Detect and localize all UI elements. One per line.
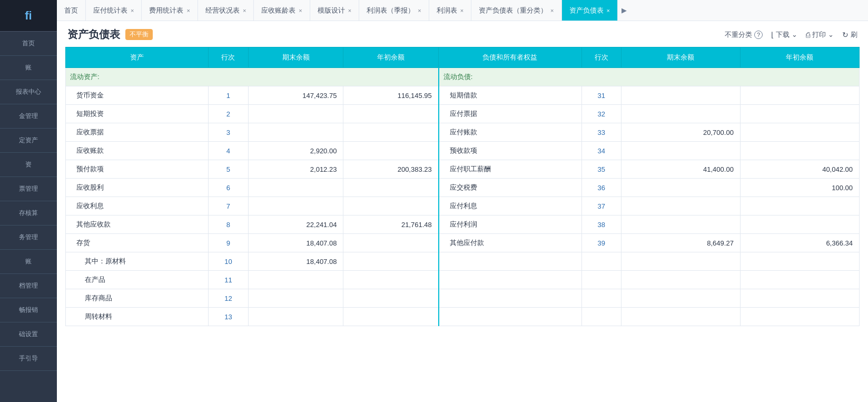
tab-balance-reclassified[interactable]: 资产负债表（重分类） × [471, 0, 561, 21]
cell-row-no2: 34 [581, 142, 621, 160]
download-action[interactable]: ⌊ 下载 ⌄ [771, 30, 797, 40]
cell-row-no2: 36 [581, 179, 621, 197]
cell-year-bal2 [740, 289, 859, 308]
cell-row-no2: 39 [581, 234, 621, 252]
tab-template-design[interactable]: 模版设计 × [310, 0, 359, 21]
cell-year-bal2 [740, 271, 859, 289]
tab-payable-stat-close[interactable]: × [131, 7, 134, 14]
cell-row-no: 12 [209, 289, 248, 308]
print-action[interactable]: ⎙ 打印 ⌄ [806, 30, 834, 40]
tab-operations[interactable]: 经营状况表 × [198, 0, 254, 21]
cell-year-bal2: 40,042.00 [740, 160, 859, 179]
tab-expense-stat[interactable]: 费用统计表 × [142, 0, 198, 21]
tab-receivable-aging-close[interactable]: × [299, 7, 302, 14]
cell-year-bal2 [740, 197, 859, 215]
tab-balance-reclassified-label: 资产负债表（重分类） [479, 6, 547, 15]
cell-row-no: 11 [209, 271, 248, 289]
tab-payable-stat[interactable]: 应付统计表 × [86, 0, 142, 21]
sidebar-item-account[interactable]: 账 [0, 56, 57, 80]
sidebar-logo: fi [0, 0, 57, 32]
page-content: 资产负债表 不平衡 不重分类 ? ⌊ 下载 ⌄ ⎙ 打印 ⌄ [57, 21, 868, 402]
cell-end-bal [248, 197, 343, 215]
table-row: 应收票据 3 应付账款 33 20,700.00 [66, 123, 860, 142]
sidebar-item-report-center[interactable]: 报表中心 [0, 80, 57, 104]
cell-year-bal [343, 123, 439, 142]
sidebar-item-expense[interactable]: 畅报销 [0, 298, 57, 322]
cell-year-bal [343, 252, 439, 271]
cell-row-no: 7 [209, 197, 248, 215]
tab-profit-quarterly-close[interactable]: × [418, 7, 421, 14]
help-icon[interactable]: ? [754, 31, 763, 39]
tab-receivable-aging[interactable]: 应收账龄表 × [254, 0, 310, 21]
sidebar-item-fund-mgmt[interactable]: 金管理 [0, 104, 57, 129]
cell-year-bal2 [740, 105, 859, 123]
download-label: 下载 [776, 30, 790, 40]
cell-end-bal2: 8,649.27 [621, 234, 740, 252]
tab-profit[interactable]: 利润表 × [429, 0, 471, 21]
cell-end-bal [248, 105, 343, 123]
sidebar-item-archive[interactable]: 档管理 [0, 274, 57, 298]
sidebar-item-settings[interactable]: 础设置 [0, 322, 57, 347]
table-row: 库存商品 12 [66, 289, 860, 308]
th-end-balance2: 期末余额 [621, 47, 740, 68]
tab-balance-sheet-close[interactable]: × [607, 7, 610, 14]
th-liability-equity: 负债和所有者权益 [439, 47, 581, 68]
table-row: 其他应收款 8 22,241.04 21,761.48 应付利润 38 [66, 215, 860, 234]
tab-template-design-close[interactable]: × [348, 7, 351, 14]
cell-row-no: 10 [209, 252, 248, 271]
cell-asset: 应收账款 [66, 142, 209, 160]
cell-end-bal: 2,920.00 [248, 142, 343, 160]
tab-expense-stat-close[interactable]: × [186, 7, 190, 14]
table-row: 周转材料 13 [66, 308, 860, 326]
section-left: 流动资产: [66, 68, 439, 86]
cell-asset: 周转材料 [66, 308, 209, 326]
tab-balance-sheet[interactable]: 资产负债表 × [562, 0, 618, 21]
tab-profit-close[interactable]: × [460, 7, 463, 14]
tab-expense-stat-label: 费用统计表 [149, 6, 183, 15]
cell-year-bal [343, 179, 439, 197]
tab-profit-quarterly[interactable]: 利润表（季报） × [359, 0, 429, 21]
cell-end-bal: 2,012.23 [248, 160, 343, 179]
cell-row-no: 2 [209, 105, 248, 123]
sidebar-item-inventory[interactable]: 存核算 [0, 201, 57, 225]
no-reclassify-action[interactable]: 不重分类 ? [725, 30, 763, 40]
sidebar-item-capital[interactable]: 资 [0, 153, 57, 177]
table-row: 流动资产: 流动负债: [66, 68, 860, 86]
cell-row-no2 [581, 308, 621, 326]
tab-balance-reclassified-close[interactable]: × [550, 7, 554, 14]
tab-scroll-right[interactable]: ▶ [618, 0, 630, 21]
cell-asset: 预付款项 [66, 160, 209, 179]
tab-home[interactable]: 首页 [57, 0, 86, 21]
cell-year-bal: 21,761.48 [343, 215, 439, 234]
sidebar-item-ledger[interactable]: 账 [0, 250, 57, 274]
cell-year-bal2 [740, 142, 859, 160]
sidebar-item-fixed-assets[interactable]: 定资产 [0, 129, 57, 153]
sidebar-item-ticket-mgmt[interactable]: 票管理 [0, 177, 57, 201]
page-title-area: 资产负债表 不平衡 [67, 27, 153, 42]
table-row: 存货 9 18,407.08 其他应付款 39 8,649.27 6,366.3… [66, 234, 860, 252]
cell-row-no: 9 [209, 234, 248, 252]
cell-end-bal2: 41,400.00 [621, 160, 740, 179]
cell-end-bal2 [621, 105, 740, 123]
cell-year-bal2: 6,366.34 [740, 234, 859, 252]
cell-row-no2: 33 [581, 123, 621, 142]
cell-row-no2: 31 [581, 86, 621, 105]
table-row: 其中：原材料 10 18,407.08 [66, 252, 860, 271]
sidebar-item-home[interactable]: 首页 [0, 32, 57, 56]
cell-year-bal [343, 289, 439, 308]
sidebar-item-biz-mgmt[interactable]: 务管理 [0, 225, 57, 250]
cell-year-bal: 200,383.23 [343, 160, 439, 179]
cell-year-bal: 116,145.95 [343, 86, 439, 105]
cell-asset: 应收股利 [66, 179, 209, 197]
cell-asset: 其他应收款 [66, 215, 209, 234]
section-right: 流动负债: [439, 68, 860, 86]
unbalanced-badge: 不平衡 [125, 29, 153, 40]
sidebar-item-guide[interactable]: 手引导 [0, 347, 57, 371]
balance-sheet-table: 资产 行次 期末余额 年初余额 负债和所有者权益 行次 期末余额 年初余额 流动… [65, 47, 860, 326]
download-chevron-icon: ⌄ [792, 31, 797, 38]
cell-year-bal2: 100.00 [740, 179, 859, 197]
tab-operations-close[interactable]: × [243, 7, 246, 14]
th-year-start-balance: 年初余额 [343, 47, 439, 68]
refresh-action[interactable]: ↻ 刷 [842, 30, 857, 40]
header-actions: 不重分类 ? ⌊ 下载 ⌄ ⎙ 打印 ⌄ ↻ 刷 [725, 30, 857, 40]
